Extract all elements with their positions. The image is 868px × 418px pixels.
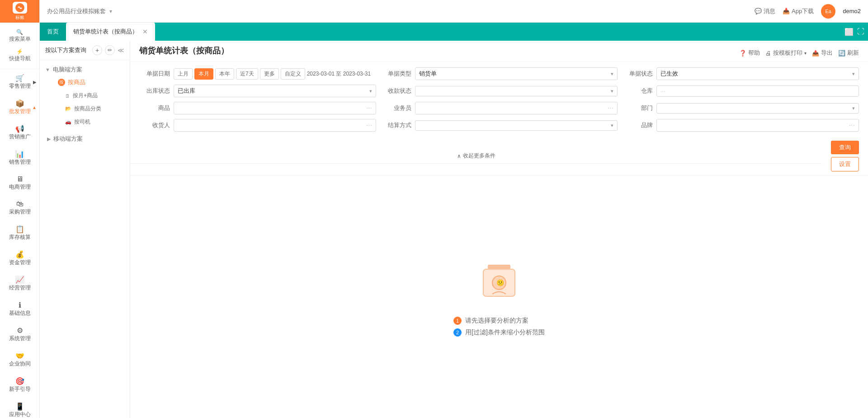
sidebar-item-purchase[interactable]: 🛍 采购管理 (0, 195, 39, 220)
sidebar-item-inventory[interactable]: 📋 库存核算 (0, 220, 39, 246)
date-btn-this-month[interactable]: 本月 (194, 68, 213, 80)
sidebar-item-label-collab: 企业协同 (9, 360, 31, 368)
doc-status-value: 已生效 (660, 70, 678, 78)
plus-icon: + (95, 47, 99, 54)
scheme-item-by-driver[interactable]: 🚗 按司机 (45, 115, 124, 128)
driver-icon: 🚗 (65, 119, 71, 125)
sidebar-item-quicknav[interactable]: ⚡ 快捷导航 (0, 46, 39, 65)
brand-label: 品牌 (622, 121, 653, 129)
sidebar-item-guide[interactable]: 🎯 新手引导 (0, 372, 39, 398)
doc-type-select[interactable]: 销货单 ▾ (415, 67, 618, 80)
scheme-collapse-button[interactable]: ≪ (118, 47, 124, 54)
receiver-dots[interactable]: ··· (366, 121, 372, 129)
sidebar-item-finance[interactable]: 💰 资金管理 (0, 246, 39, 271)
lightning-icon: ⚡ (16, 48, 23, 55)
brand-dots[interactable]: ··· (849, 121, 855, 129)
sidebar-item-label-sales: 销售管理 (9, 158, 31, 166)
warehouse2-input[interactable]: ··· (656, 86, 859, 97)
sidebar-item-wholesale[interactable]: 📦 批发管理 ▲ (0, 95, 39, 120)
scheme-desktop-header[interactable]: ▼ 电脑端方案 (45, 64, 124, 76)
tab-minimize-icon[interactable]: ⬜ (844, 28, 854, 36)
sidebar-item-label-search: 搜索菜单 (9, 35, 31, 43)
download-icon: 📥 (783, 8, 790, 14)
sidebar-item-system[interactable]: ⚙ 系统管理 (0, 322, 39, 347)
sidebar-item-sales[interactable]: 📊 销售管理 (0, 145, 39, 171)
collapse-bar[interactable]: ∧ 收起更多条件 (130, 148, 822, 164)
wholesale-icon: 📦 (15, 99, 24, 108)
breadcrumb-dropdown-icon[interactable]: ▾ (109, 8, 112, 14)
category-scheme-icon: 📂 (65, 106, 71, 112)
date-btn-more[interactable]: 更多 (260, 68, 279, 80)
sidebar-item-label-guide: 新手引导 (9, 385, 31, 393)
scheme-item-label-driver: 按司机 (74, 118, 90, 126)
scheme-edit-button[interactable]: ✏ (105, 45, 115, 55)
date-btn-7days[interactable]: 近7天 (236, 68, 258, 80)
warehouse-select[interactable]: 已出库 ▾ (174, 85, 376, 97)
print-dropdown-icon: ▾ (804, 51, 807, 56)
doc-status-select[interactable]: 已生效 ▾ (656, 67, 859, 80)
payment-label: 收款状态 (381, 87, 411, 95)
collapse-arrow-icon: ∧ (457, 153, 461, 159)
date-btn-custom[interactable]: 自定义 (281, 68, 305, 80)
scheme-panel: 按以下方案查询 + ✏ ≪ ▼ 电脑端方案 按 (40, 41, 130, 418)
tip-num-2: 2 (453, 328, 462, 337)
tab-home[interactable]: 首页 (40, 23, 66, 41)
header-left: 办公用品行业模拟账套 ▾ (47, 7, 112, 15)
staff-dots[interactable]: ··· (608, 104, 613, 112)
message-button[interactable]: 💬 消息 (755, 7, 775, 15)
scheme-mobile-category[interactable]: ▶ 移动端方案 (40, 132, 130, 146)
appcenter-icon: 📱 (15, 402, 24, 411)
doc-status-label: 单据状态 (622, 70, 653, 78)
scheme-item-by-month-goods[interactable]: 🗓 按月+商品 (45, 89, 124, 102)
date-btn-this-year[interactable]: 本年 (215, 68, 234, 80)
receiver-input[interactable]: ··· (174, 119, 376, 132)
sidebar-item-appcenter[interactable]: 📱 应用中心 (0, 398, 39, 418)
breadcrumb: 办公用品行业模拟账套 (47, 7, 106, 15)
empty-tip-1: 1 请先选择要分析的方案 (453, 317, 545, 325)
query-button[interactable]: 查询 (831, 141, 859, 154)
settings-button[interactable]: 设置 (831, 157, 859, 171)
sidebar-item-label-retail: 零售管理 (9, 82, 31, 90)
goods-dots[interactable]: ··· (366, 104, 372, 112)
scheme-item-label-month-goods: 按月+商品 (73, 92, 98, 100)
tab-close-icon[interactable]: ✕ (142, 28, 148, 35)
finance-icon: 💰 (15, 250, 24, 259)
scheme-item-by-goods[interactable]: 按 按商品 (45, 76, 124, 89)
sidebar-item-basic[interactable]: ℹ 基础信息 (0, 296, 39, 322)
svg-rect-2 (488, 265, 510, 269)
sidebar-item-label-marketing: 营销推广 (9, 133, 31, 141)
help-button[interactable]: ❓ 帮助 (739, 47, 760, 59)
avatar[interactable]: Ea (821, 4, 835, 19)
sidebar-item-search[interactable]: 🔍 搜索菜单 (0, 26, 39, 46)
settlement-dropdown-icon: ▾ (611, 123, 613, 128)
sidebar-item-ecommerce[interactable]: 🖥 电商管理 (0, 171, 39, 195)
print-button[interactable]: 🖨 按模板打印 ▾ (765, 47, 807, 59)
doc-type-filter-cell: 单据类型 销货单 ▾ (381, 67, 618, 80)
dept-label: 部门 (622, 104, 653, 112)
empty-icon: 😕 (472, 253, 526, 308)
search-icon: 🔍 (16, 29, 23, 35)
date-btn-last-month[interactable]: 上月 (174, 68, 193, 80)
sidebar-item-operation[interactable]: 📈 经营管理 (0, 271, 39, 296)
doc-type-label: 单据类型 (381, 70, 411, 78)
tip-text-2: 用[过滤]条件来缩小分析范围 (465, 328, 545, 337)
refresh-button[interactable]: 🔄 刷新 (838, 47, 859, 59)
brand-input[interactable]: ··· (656, 119, 859, 132)
export-button[interactable]: 📤 导出 (812, 47, 833, 59)
settlement-select[interactable]: ▾ (415, 120, 618, 131)
sidebar-item-retail[interactable]: 🛒 零售管理 ▶ (0, 69, 39, 95)
right-content: 销货单统计表（按商品） ❓ 帮助 🖨 按模板打印 ▾ 📤 导出 (130, 41, 868, 418)
sidebar-item-marketing[interactable]: 📢 营销推广 (0, 120, 39, 145)
dept-select[interactable]: ▾ (656, 103, 859, 114)
payment-select[interactable]: ▾ (415, 86, 618, 96)
goods-input[interactable]: ··· (174, 102, 376, 114)
staff-input[interactable]: ··· (415, 102, 618, 114)
tab-sales-stats[interactable]: 销货单统计表（按商品） ✕ (66, 23, 155, 41)
app-download-button[interactable]: 📥 App下载 (783, 7, 814, 15)
export-icon: 📤 (812, 50, 819, 57)
sidebar-item-collab[interactable]: 🤝 企业协同 (0, 347, 39, 372)
tab-maximize-icon[interactable]: ⛶ (857, 28, 864, 36)
scheme-item-by-category[interactable]: 📂 按商品分类 (45, 102, 124, 115)
action-buttons: 查询 设置 (822, 137, 868, 175)
scheme-add-button[interactable]: + (92, 45, 102, 55)
